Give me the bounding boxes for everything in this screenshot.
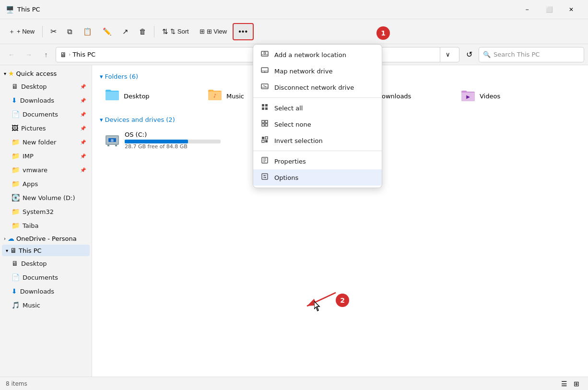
svg-text:⊞: ⊞ — [111, 139, 114, 142]
sort-button[interactable]: ⇅ ⇅ Sort — [157, 23, 193, 40]
sidebar-item-downloads[interactable]: ⬇ Downloads 📌 — [2, 94, 90, 107]
share-button[interactable]: ↗ — [118, 23, 133, 40]
properties-icon — [260, 156, 270, 166]
drive-item-c[interactable]: ⊞ OS (C:) 28.7 GB free of 84.8 GB — [100, 127, 253, 154]
sidebar-item-documents[interactable]: 📄 Documents 📌 — [2, 107, 90, 121]
svg-point-11 — [264, 52, 266, 54]
onedrive-icon: ☁ — [8, 235, 14, 242]
menu-divider-2 — [253, 151, 382, 151]
menu-item-label: Disconnect network drive — [274, 84, 354, 91]
maximize-button[interactable]: ⬜ — [538, 2, 560, 17]
folder-item-desktop[interactable]: Desktop — [100, 84, 200, 108]
sidebar-item-thispc-music[interactable]: 🎵 Music — [2, 298, 90, 312]
grid-view-button[interactable]: ⊞ — [571, 378, 582, 390]
svg-rect-22 — [262, 120, 264, 123]
menu-item-select-all[interactable]: Select all — [253, 100, 382, 116]
drive-size: 28.7 GB free of 84.8 GB — [125, 143, 248, 150]
folder-item-videos[interactable]: ▶ Videos — [456, 84, 556, 108]
toolbar-separator — [42, 26, 43, 37]
sidebar-item-thispc-documents[interactable]: 📄 Documents — [2, 271, 90, 284]
back-button[interactable]: ← — [4, 47, 19, 62]
cut-button[interactable]: ✂ — [46, 23, 61, 40]
search-box[interactable]: 🔍 Search This PC — [479, 47, 584, 62]
folder-icon: 📁 — [12, 152, 20, 160]
cut-icon: ✂ — [50, 27, 57, 36]
window-controls: − ⬜ ✕ — [516, 2, 582, 17]
onedrive-label: OneDrive - Persona — [16, 235, 77, 242]
this-pc-icon: 🖥 — [10, 247, 17, 254]
search-icon: 🔍 — [483, 51, 491, 58]
menu-item-label: Properties — [274, 158, 306, 165]
paste-button[interactable]: 📋 — [78, 23, 97, 40]
sidebar-item-new-volume[interactable]: 💽 New Volume (D:) — [2, 191, 90, 204]
up-button[interactable]: ↑ — [38, 47, 54, 62]
sidebar-item-taiba[interactable]: 📁 Taiba — [2, 219, 90, 232]
folder-music-label: Music — [226, 93, 244, 100]
pin-icon: 📌 — [80, 112, 86, 117]
svg-rect-18 — [262, 104, 264, 106]
menu-item-select-none[interactable]: Select none — [253, 116, 382, 132]
folder-videos-label: Videos — [480, 93, 500, 100]
menu-item-label: Map network drive — [274, 68, 332, 75]
menu-item-label: Options — [274, 174, 298, 181]
options-icon — [260, 173, 270, 182]
toolbar: ＋ + New ✂ ⧉ 📋 ✏️ ↗ 🗑 ⇅ ⇅ Sort ⊞ ⊞ View •… — [0, 19, 588, 44]
address-dropdown-button[interactable]: ∨ — [440, 47, 455, 62]
new-button[interactable]: ＋ + New — [4, 23, 39, 40]
delete-button[interactable]: 🗑 — [134, 23, 151, 40]
sidebar-item-new-folder[interactable]: 📁 New folder 📌 — [2, 135, 90, 149]
menu-item-options[interactable]: Options — [253, 169, 382, 186]
list-view-button[interactable]: ☰ — [558, 378, 570, 390]
quick-access-label: Quick access — [16, 70, 57, 77]
folder-desktop-icon — [105, 88, 120, 105]
sidebar-item-label: Documents — [23, 274, 58, 281]
sidebar-item-desktop[interactable]: 🖥 Desktop 📌 — [2, 80, 90, 93]
sidebar-item-thispc-downloads[interactable]: ⬇ Downloads — [2, 284, 90, 298]
folder-icon: 📁 — [12, 222, 20, 229]
window-title: This PC — [17, 6, 512, 13]
pin-icon: 📌 — [80, 140, 86, 145]
badge-2: 2 — [336, 294, 349, 307]
menu-item-add-network[interactable]: Add a network location — [253, 47, 382, 63]
copy-icon: ⧉ — [67, 27, 72, 36]
sidebar-item-apps[interactable]: 📁 Apps — [2, 177, 90, 190]
sidebar-item-label: Downloads — [20, 288, 54, 295]
more-button[interactable]: ••• — [233, 23, 254, 40]
sidebar-item-thispc-desktop[interactable]: 🖥 Desktop — [2, 257, 90, 270]
dropdown-menu: Add a network location Map network drive… — [253, 44, 382, 188]
sidebar-item-imp[interactable]: 📁 IMP 📌 — [2, 149, 90, 163]
sort-icon: ⇅ — [162, 27, 168, 36]
network-location-icon — [260, 50, 270, 59]
rename-button[interactable]: ✏️ — [98, 23, 117, 40]
view-button[interactable]: ⊞ ⊞ View — [195, 23, 232, 40]
sidebar-onedrive-group[interactable]: › ☁ OneDrive - Persona — [0, 233, 92, 244]
address-chevron: › — [69, 51, 71, 58]
svg-rect-19 — [265, 104, 268, 106]
pin-icon: 📌 — [80, 167, 86, 173]
sidebar-this-pc-group[interactable]: ▾ 🖥 This PC — [2, 245, 90, 256]
menu-item-disconnect-drive[interactable]: Disconnect network drive — [253, 79, 382, 95]
view-icon: ⊞ — [200, 28, 205, 35]
menu-item-label: Add a network location — [274, 51, 346, 59]
svg-rect-34 — [262, 174, 268, 179]
sidebar-item-system32[interactable]: 📁 System32 — [2, 205, 90, 218]
menu-item-invert-selection[interactable]: Invert selection — [253, 132, 382, 149]
close-button[interactable]: ✕ — [560, 2, 582, 17]
sidebar-item-vmware[interactable]: 📁 vmware 📌 — [2, 163, 90, 177]
forward-button[interactable]: → — [21, 47, 36, 62]
minimize-button[interactable]: − — [516, 2, 538, 17]
more-icon: ••• — [238, 27, 248, 36]
desktop-icon: 🖥 — [12, 260, 18, 267]
drive-icon: 💽 — [12, 194, 20, 201]
badge-1: 1 — [376, 26, 390, 40]
paste-icon: 📋 — [83, 27, 92, 36]
sidebar-item-pictures[interactable]: 🖼 Pictures 📌 — [2, 121, 90, 135]
svg-rect-26 — [262, 137, 264, 139]
sidebar-item-label: New Volume (D:) — [23, 194, 75, 201]
sidebar-quick-access-group[interactable]: ▾ ★ Quick access — [0, 68, 92, 79]
copy-button[interactable]: ⧉ — [62, 23, 77, 40]
menu-item-properties[interactable]: Properties — [253, 153, 382, 169]
menu-item-map-drive[interactable]: Map network drive — [253, 63, 382, 79]
refresh-button[interactable]: ↺ — [461, 47, 477, 62]
address-path: This PC — [72, 51, 95, 58]
